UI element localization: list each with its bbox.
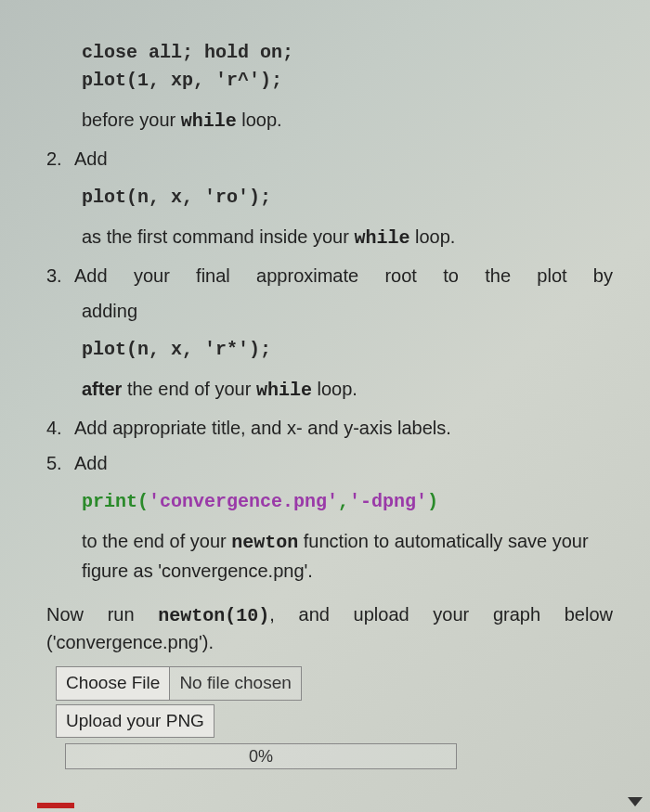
- choose-file-button[interactable]: Choose File: [56, 666, 170, 701]
- item-number: 2.: [46, 145, 74, 173]
- file-chooser-row: Choose File No file chosen: [56, 666, 613, 701]
- item-text: Add: [74, 145, 613, 173]
- file-chosen-label: No file chosen: [170, 666, 301, 701]
- item-text: Add: [74, 449, 613, 477]
- upload-area: Choose File No file chosen Upload your P…: [56, 666, 613, 769]
- upload-png-button[interactable]: Upload your PNG: [56, 704, 214, 739]
- code-line: close all; hold on;: [82, 39, 613, 67]
- code-block-5: print('convergence.png','-dpng'): [82, 488, 613, 516]
- list-item-3: 3. Add your final approximate root to th…: [46, 262, 613, 290]
- item-number: 3.: [46, 262, 74, 290]
- item-number: 5.: [46, 449, 74, 477]
- item-number: 4.: [46, 414, 74, 442]
- progress-label: 0%: [249, 744, 273, 769]
- code-line: plot(1, xp, 'r^');: [82, 67, 613, 95]
- code-block-1: close all; hold on; plot(1, xp, 'r^');: [82, 39, 613, 95]
- instruction-text: after the end of your while loop.: [82, 375, 613, 405]
- item-text-cont: adding: [82, 297, 613, 325]
- code-block-2: plot(n, x, 'ro');: [82, 184, 613, 212]
- instruction-text: before your while loop.: [82, 106, 613, 135]
- document-page: close all; hold on; plot(1, xp, 'r^'); b…: [0, 0, 650, 788]
- red-marker: [37, 803, 74, 808]
- scroll-down-icon[interactable]: [628, 797, 643, 806]
- instruction-text: to the end of your newton function to au…: [82, 527, 613, 585]
- list-item-2: 2. Add: [46, 145, 613, 173]
- list-item-5: 5. Add: [46, 449, 613, 477]
- code-block-3: plot(n, x, 'r*');: [82, 336, 613, 364]
- item-text: Add appropriate title, and x- and y-axis…: [74, 414, 613, 442]
- outro-text: Now run newton(10), and upload your grap…: [46, 601, 613, 655]
- list-item-4: 4. Add appropriate title, and x- and y-a…: [46, 414, 613, 442]
- upload-progress-bar: 0%: [65, 743, 457, 769]
- instruction-text: as the first command inside your while l…: [82, 223, 613, 252]
- item-text: Add your final approximate root to the p…: [74, 262, 613, 290]
